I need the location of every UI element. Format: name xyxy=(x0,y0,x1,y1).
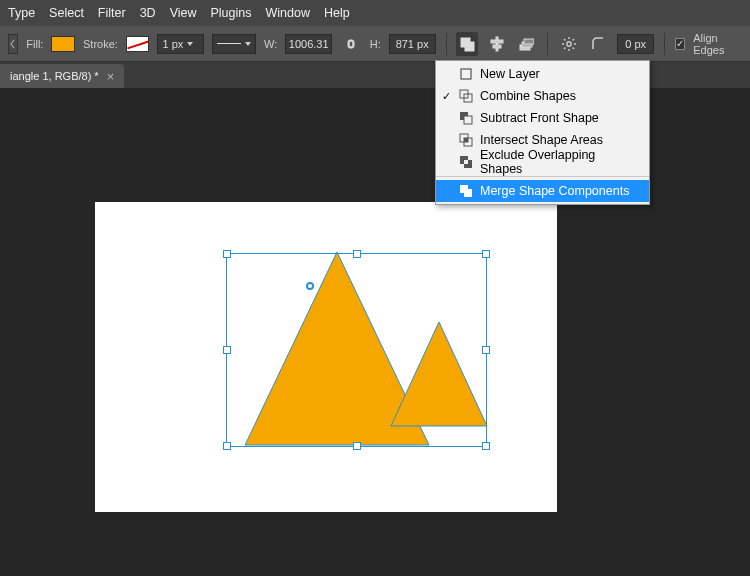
fill-swatch[interactable] xyxy=(51,36,75,52)
width-label: W: xyxy=(264,38,277,50)
menu-item-combine-shapes[interactable]: ✓ Combine Shapes xyxy=(436,85,649,107)
settings-gear-button[interactable] xyxy=(558,32,580,56)
menu-view[interactable]: View xyxy=(170,6,197,20)
height-field[interactable]: 871 px xyxy=(389,34,436,54)
path-alignment-button[interactable] xyxy=(486,32,508,56)
menu-window[interactable]: Window xyxy=(266,6,310,20)
resize-handle-sw[interactable] xyxy=(223,442,231,450)
separator xyxy=(446,33,447,55)
svg-line-15 xyxy=(564,47,565,48)
svg-rect-7 xyxy=(524,39,534,44)
check-icon: ✓ xyxy=(440,90,452,103)
svg-rect-23 xyxy=(464,138,468,142)
svg-point-8 xyxy=(567,41,571,45)
corner-radius-field[interactable]: 0 px xyxy=(617,34,654,54)
link-wh-button[interactable] xyxy=(340,32,362,56)
chevron-down-icon xyxy=(245,42,251,46)
menu-item-label: Intersect Shape Areas xyxy=(480,133,603,147)
solid-line-icon xyxy=(217,43,241,44)
menu-separator xyxy=(436,176,649,177)
svg-rect-3 xyxy=(491,40,503,43)
combine-shapes-icon xyxy=(458,88,474,104)
menu-3d[interactable]: 3D xyxy=(140,6,156,20)
menu-item-subtract-front[interactable]: Subtract Front Shape xyxy=(436,107,649,129)
menu-item-label: Exclude Overlapping Shapes xyxy=(480,148,641,176)
resize-handle-s[interactable] xyxy=(353,442,361,450)
resize-handle-se[interactable] xyxy=(482,442,490,450)
menu-plugins[interactable]: Plugins xyxy=(211,6,252,20)
svg-rect-20 xyxy=(464,116,472,124)
separator xyxy=(664,33,665,55)
panel-toggle-button[interactable] xyxy=(8,34,18,54)
selection-bounding-box[interactable] xyxy=(226,253,487,447)
align-edges-checkbox[interactable] xyxy=(675,38,685,50)
svg-rect-4 xyxy=(493,45,501,48)
svg-line-16 xyxy=(572,39,573,40)
menu-select[interactable]: Select xyxy=(49,6,84,20)
chevron-down-icon xyxy=(187,42,193,46)
svg-line-14 xyxy=(572,47,573,48)
stroke-width-value: 1 px xyxy=(162,38,183,50)
menu-item-exclude[interactable]: Exclude Overlapping Shapes xyxy=(436,151,649,173)
menu-filter[interactable]: Filter xyxy=(98,6,126,20)
canvas[interactable] xyxy=(95,202,557,512)
menu-item-label: New Layer xyxy=(480,67,540,81)
menu-item-new-layer[interactable]: New Layer xyxy=(436,63,649,85)
resize-handle-e[interactable] xyxy=(482,346,490,354)
new-layer-icon xyxy=(458,66,474,82)
app-menubar[interactable]: Type Select Filter 3D View Plugins Windo… xyxy=(0,0,750,26)
document-tab-title: iangle 1, RGB/8) * xyxy=(10,70,99,82)
options-bar: Fill: Stroke: 1 px W: 1006.31 H: 871 px … xyxy=(0,26,750,62)
document-tab[interactable]: iangle 1, RGB/8) * × xyxy=(0,64,124,88)
resize-handle-nw[interactable] xyxy=(223,250,231,258)
merge-components-icon xyxy=(458,183,474,199)
stroke-swatch[interactable] xyxy=(126,36,150,52)
svg-rect-2 xyxy=(496,37,498,51)
path-arrangement-button[interactable] xyxy=(516,32,538,56)
subtract-front-icon xyxy=(458,110,474,126)
svg-rect-1 xyxy=(465,42,474,51)
resize-handle-ne[interactable] xyxy=(482,250,490,258)
width-field[interactable]: 1006.31 xyxy=(285,34,332,54)
svg-line-13 xyxy=(564,39,565,40)
menu-item-label: Combine Shapes xyxy=(480,89,576,103)
exclude-icon xyxy=(458,154,474,170)
fill-label: Fill: xyxy=(26,38,43,50)
corner-radius-icon xyxy=(588,32,610,56)
path-operations-button[interactable] xyxy=(456,32,478,56)
menu-item-merge-components[interactable]: Merge Shape Components xyxy=(436,180,649,202)
path-operations-menu[interactable]: New Layer ✓ Combine Shapes Subtract Fron… xyxy=(435,60,650,205)
stroke-label: Stroke: xyxy=(83,38,118,50)
resize-handle-n[interactable] xyxy=(353,250,361,258)
align-edges-label: Align Edges xyxy=(693,32,742,56)
menu-item-label: Subtract Front Shape xyxy=(480,111,599,125)
svg-rect-17 xyxy=(461,69,471,79)
reference-point[interactable] xyxy=(306,282,314,290)
close-tab-button[interactable]: × xyxy=(107,69,115,84)
stroke-type-dropdown[interactable] xyxy=(212,34,256,54)
menu-type[interactable]: Type xyxy=(8,6,35,20)
height-label: H: xyxy=(370,38,381,50)
stroke-width-dropdown[interactable]: 1 px xyxy=(157,34,204,54)
intersect-icon xyxy=(458,132,474,148)
menu-help[interactable]: Help xyxy=(324,6,350,20)
resize-handle-w[interactable] xyxy=(223,346,231,354)
svg-rect-25 xyxy=(464,189,472,197)
separator xyxy=(547,33,548,55)
menu-item-label: Merge Shape Components xyxy=(480,184,629,198)
